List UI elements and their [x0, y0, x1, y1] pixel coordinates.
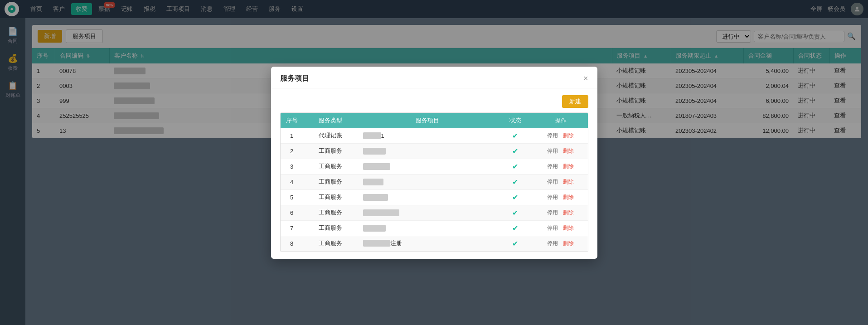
mcell-status: ✔ [497, 236, 533, 251]
status-check-icon: ✔ [512, 163, 518, 170]
status-check-icon: ✔ [512, 209, 518, 217]
mcell-item: 1 [358, 128, 497, 144]
modal-body: 新建 序号 服务类型 服务项目 状态 操作 1 代理记账 [271, 88, 597, 259]
mcell-seq: 2 [281, 143, 303, 159]
list-item: 8 工商服务 注册 ✔ 停用 删除 [281, 236, 588, 251]
status-check-icon: ✔ [512, 132, 518, 140]
stop-button[interactable]: 停用 [547, 163, 558, 170]
modal-header: 服务项目 × [271, 67, 597, 88]
delete-button[interactable]: 删除 [563, 194, 574, 200]
delete-button[interactable]: 删除 [563, 163, 574, 170]
delete-button[interactable]: 删除 [563, 148, 574, 154]
mcell-type: 工商服务 [303, 159, 358, 174]
mcell-status: ✔ [497, 174, 533, 189]
mcell-seq: 3 [281, 159, 303, 174]
delete-button[interactable]: 删除 [563, 209, 574, 216]
mcell-seq: 6 [281, 205, 303, 220]
mth-item: 服务项目 [358, 113, 497, 128]
list-item: 3 工商服务 ✔ 停用 删除 [281, 159, 588, 174]
modal-new-button[interactable]: 新建 [562, 95, 588, 108]
mcell-action: 停用 删除 [533, 220, 588, 236]
delete-button[interactable]: 删除 [563, 179, 574, 185]
mcell-item [358, 220, 497, 236]
mth-action: 操作 [533, 113, 588, 128]
status-check-icon: ✔ [512, 240, 518, 247]
mcell-status: ✔ [497, 205, 533, 220]
stop-button[interactable]: 停用 [547, 132, 558, 139]
mcell-type: 工商服务 [303, 174, 358, 189]
mth-type: 服务类型 [303, 113, 358, 128]
mcell-type: 工商服务 [303, 189, 358, 205]
delete-button[interactable]: 删除 [563, 132, 574, 139]
mcell-item [358, 143, 497, 159]
stop-button[interactable]: 停用 [547, 209, 558, 216]
stop-button[interactable]: 停用 [547, 225, 558, 231]
mcell-item [358, 205, 497, 220]
mcell-item [358, 189, 497, 205]
mth-status: 状态 [497, 113, 533, 128]
mcell-action: 停用 删除 [533, 236, 588, 251]
mcell-status: ✔ [497, 128, 533, 144]
list-item: 2 工商服务 ✔ 停用 删除 [281, 143, 588, 159]
stop-button[interactable]: 停用 [547, 194, 558, 200]
delete-button[interactable]: 删除 [563, 240, 574, 247]
mcell-seq: 1 [281, 128, 303, 144]
delete-button[interactable]: 删除 [563, 225, 574, 231]
stop-button[interactable]: 停用 [547, 179, 558, 185]
list-item: 6 工商服务 ✔ 停用 删除 [281, 205, 588, 220]
mcell-seq: 8 [281, 236, 303, 251]
mcell-action: 停用 删除 [533, 174, 588, 189]
list-item: 5 工商服务 ✔ 停用 删除 [281, 189, 588, 205]
status-check-icon: ✔ [512, 178, 518, 186]
mcell-item [358, 174, 497, 189]
mcell-action: 停用 删除 [533, 143, 588, 159]
modal-table-wrap: 序号 服务类型 服务项目 状态 操作 1 代理记账 1 ✔ 停用 [280, 112, 588, 252]
mcell-action: 停用 删除 [533, 159, 588, 174]
mcell-status: ✔ [497, 143, 533, 159]
mcell-type: 代理记账 [303, 128, 358, 144]
status-check-icon: ✔ [512, 147, 518, 155]
mcell-seq: 7 [281, 220, 303, 236]
modal-title: 服务项目 [280, 74, 309, 83]
mcell-status: ✔ [497, 159, 533, 174]
mcell-type: 工商服务 [303, 205, 358, 220]
mcell-type: 工商服务 [303, 220, 358, 236]
mcell-action: 停用 删除 [533, 128, 588, 144]
mcell-status: ✔ [497, 189, 533, 205]
mth-seq: 序号 [281, 113, 303, 128]
mcell-seq: 5 [281, 189, 303, 205]
modal-close-button[interactable]: × [583, 74, 588, 83]
modal-table: 序号 服务类型 服务项目 状态 操作 1 代理记账 1 ✔ 停用 [281, 113, 588, 252]
stop-button[interactable]: 停用 [547, 148, 558, 154]
mcell-action: 停用 删除 [533, 189, 588, 205]
mcell-type: 工商服务 [303, 143, 358, 159]
mcell-type: 工商服务 [303, 236, 358, 251]
list-item: 1 代理记账 1 ✔ 停用 删除 [281, 128, 588, 144]
modal-toolbar: 新建 [280, 95, 588, 108]
mcell-action: 停用 删除 [533, 205, 588, 220]
modal-overlay[interactable]: 服务项目 × 新建 序号 服务类型 服务项目 状态 操作 [0, 0, 868, 325]
mcell-status: ✔ [497, 220, 533, 236]
mcell-seq: 4 [281, 174, 303, 189]
mcell-item [358, 159, 497, 174]
list-item: 4 工商服务 ✔ 停用 删除 [281, 174, 588, 189]
status-check-icon: ✔ [512, 224, 518, 232]
stop-button[interactable]: 停用 [547, 240, 558, 247]
list-item: 7 工商服务 ✔ 停用 删除 [281, 220, 588, 236]
service-modal: 服务项目 × 新建 序号 服务类型 服务项目 状态 操作 [271, 67, 597, 259]
mcell-item: 注册 [358, 236, 497, 251]
status-check-icon: ✔ [512, 194, 518, 201]
